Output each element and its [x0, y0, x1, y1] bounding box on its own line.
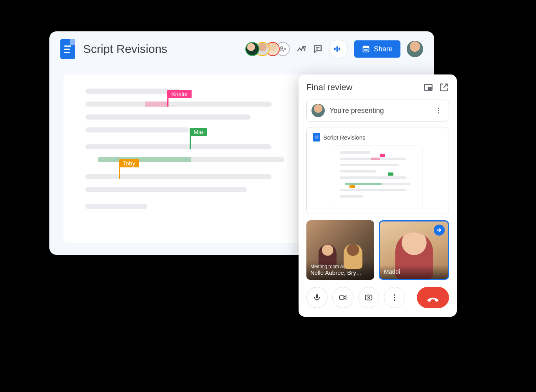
phone-hangup-icon	[426, 290, 440, 305]
stop-presenting-button[interactable]	[358, 287, 379, 308]
doc-text-line	[85, 187, 247, 192]
meet-panel-header: Final review	[306, 82, 449, 93]
preview-doc-title: Script Revisions	[323, 134, 366, 141]
meet-controls	[306, 287, 449, 308]
svg-rect-15	[440, 229, 441, 231]
participant-tiles: Meeting room Alpha Nelle Aubree, Bry… Ma…	[306, 220, 449, 280]
docs-mini-icon	[313, 133, 320, 142]
speaking-indicator-icon	[434, 225, 445, 236]
doc-text-line	[85, 89, 181, 94]
more-options-button[interactable]	[384, 287, 405, 308]
more-vertical-icon	[390, 293, 399, 302]
docs-header: Script Revisions	[49, 31, 434, 66]
account-avatar[interactable]	[407, 41, 423, 57]
svg-rect-9	[428, 87, 431, 89]
svg-rect-6	[364, 49, 366, 51]
presence-avatar[interactable]	[245, 42, 259, 56]
svg-rect-13	[437, 229, 438, 231]
hang-up-button[interactable]	[417, 287, 449, 308]
mute-button[interactable]	[306, 287, 328, 308]
svg-rect-16	[340, 296, 344, 299]
svg-point-0	[281, 47, 283, 49]
svg-point-19	[394, 297, 395, 298]
svg-point-18	[394, 294, 395, 296]
docs-app-icon	[60, 39, 75, 59]
meet-panel: Final review You're presenting Script Re…	[299, 74, 457, 317]
doc-text-line	[85, 127, 189, 132]
comments-icon[interactable]	[313, 44, 323, 54]
document-page[interactable]: Kristie Mia Toby	[63, 74, 314, 243]
picture-in-picture-icon[interactable]	[423, 82, 433, 93]
camera-button[interactable]	[332, 287, 353, 308]
video-icon	[339, 293, 347, 302]
share-button-label: Share	[374, 45, 393, 53]
meeting-title: Final review	[306, 82, 418, 93]
preview-thumbnail	[333, 145, 423, 209]
doc-text-line	[85, 114, 251, 120]
svg-rect-14	[439, 228, 440, 232]
collab-cursor-label: Kristie	[167, 90, 192, 98]
svg-point-10	[438, 108, 439, 109]
share-lock-icon	[362, 45, 370, 53]
svg-point-11	[438, 110, 439, 111]
svg-rect-3	[334, 47, 336, 50]
microphone-icon	[313, 293, 321, 302]
collab-cursor-label: Mia	[190, 128, 207, 136]
share-button[interactable]: Share	[354, 40, 400, 58]
presenter-avatar	[311, 104, 325, 117]
header-actions: Share	[245, 40, 423, 58]
doc-text-line: Mia	[85, 144, 272, 149]
document-title[interactable]: Script Revisions	[83, 42, 245, 56]
meet-in-docs-button[interactable]	[329, 40, 348, 58]
svg-point-12	[438, 112, 439, 113]
tile-participant-name: Maddi	[384, 268, 444, 275]
present-stop-icon	[364, 293, 373, 302]
svg-point-20	[394, 299, 395, 301]
participant-tile-room[interactable]: Meeting room Alpha Nelle Aubree, Bry…	[306, 220, 374, 280]
presenting-status-card: You're presenting	[306, 100, 449, 122]
tile-room-label: Meeting room Alpha	[310, 264, 370, 269]
presenting-status-text: You're presenting	[330, 107, 428, 115]
collab-cursor-label: Toby	[119, 159, 139, 167]
svg-rect-2	[339, 47, 340, 50]
pop-out-icon[interactable]	[439, 82, 449, 93]
doc-text-line: Kristie	[85, 102, 272, 107]
svg-rect-5	[363, 46, 369, 48]
presenting-more-icon[interactable]	[433, 105, 444, 116]
participant-tile-speaker[interactable]: Maddi	[379, 220, 449, 280]
presentation-preview-card[interactable]: Script Revisions	[306, 127, 449, 214]
svg-rect-7	[366, 49, 368, 51]
svg-rect-1	[336, 46, 338, 52]
doc-text-line: Toby	[85, 174, 272, 179]
presence-avatars[interactable]	[245, 42, 290, 56]
activity-icon[interactable]	[296, 44, 306, 54]
doc-text-line	[85, 204, 147, 209]
tile-room-people: Nelle Aubree, Bry…	[310, 269, 370, 276]
